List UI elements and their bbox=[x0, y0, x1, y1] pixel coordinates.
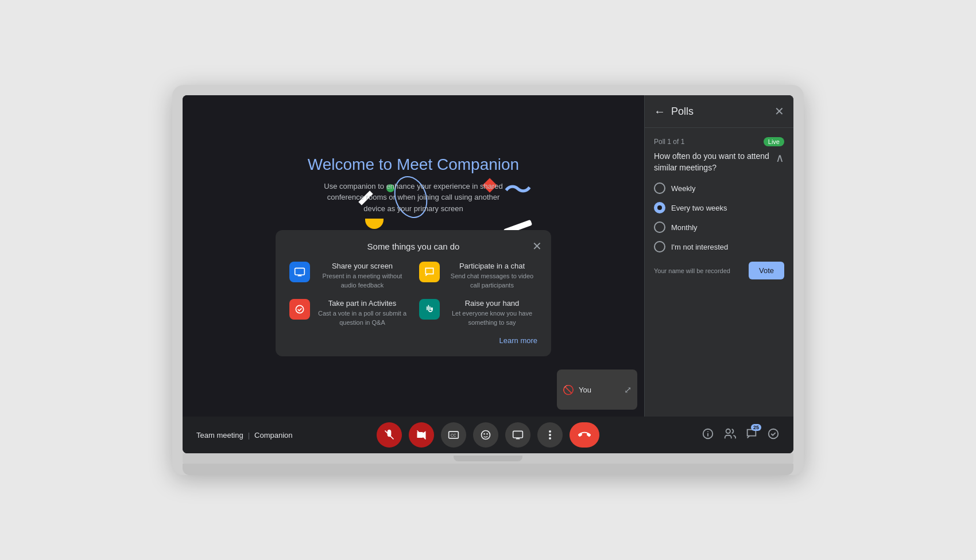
expand-icon[interactable]: ⤢ bbox=[624, 384, 632, 395]
feature-share-title: Share your screen bbox=[317, 262, 408, 270]
name-notice: Your name will be recorded bbox=[654, 267, 730, 274]
svg-point-7 bbox=[483, 433, 485, 435]
svg-point-17 bbox=[769, 429, 779, 438]
laptop-notch bbox=[454, 456, 522, 461]
svg-point-15 bbox=[707, 431, 708, 432]
welcome-title: Welcome to Meet Companion bbox=[276, 155, 551, 174]
controls-center: CC bbox=[377, 422, 599, 448]
feature-share-desc: Present in a meeting without audio feedb… bbox=[317, 272, 408, 290]
polls-sidebar: ← Polls ✕ Poll 1 of 1 Live How often do … bbox=[644, 95, 793, 417]
laptop-screen: 〜 Welcome to Meet Companion Use companio… bbox=[183, 95, 793, 453]
mute-button[interactable] bbox=[377, 422, 402, 448]
polls-content: Poll 1 of 1 Live How often do you want t… bbox=[645, 128, 793, 417]
raise-hand-icon bbox=[419, 299, 440, 320]
svg-point-11 bbox=[549, 434, 551, 436]
svg-point-10 bbox=[549, 430, 551, 433]
option-weekly-label: Weekly bbox=[671, 184, 695, 193]
svg-rect-0 bbox=[295, 269, 305, 275]
svg-point-1 bbox=[296, 306, 303, 313]
option-not-interested-label: I'm not interested bbox=[671, 243, 728, 251]
activities-icon bbox=[289, 299, 310, 320]
share-screen-icon bbox=[289, 262, 310, 282]
things-card-title: Some things you can do bbox=[289, 242, 537, 251]
feature-hand: Raise your hand Let everyone know you ha… bbox=[419, 299, 537, 327]
svg-point-6 bbox=[482, 431, 490, 440]
welcome-subtitle: Use companion to enhance your experience… bbox=[316, 181, 511, 215]
activities-button[interactable] bbox=[767, 427, 780, 443]
welcome-content: Welcome to Meet Companion Use companion … bbox=[276, 155, 551, 356]
polls-header: ← Polls ✕ bbox=[645, 95, 793, 128]
camera-off-icon: 🚫 bbox=[563, 384, 574, 395]
poll-question: How often do you want to attend similar … bbox=[654, 151, 784, 173]
poll-options: Weekly Every two weeks Monthly bbox=[654, 182, 784, 252]
poll-question-text: How often do you want to attend similar … bbox=[654, 151, 776, 173]
poll-option-two-weeks[interactable]: Every two weeks bbox=[654, 202, 784, 213]
separator: | bbox=[248, 431, 250, 440]
main-area: 〜 Welcome to Meet Companion Use companio… bbox=[183, 95, 793, 417]
bottom-bar: Team meeting | Companion CC bbox=[183, 417, 793, 453]
feature-hand-desc: Let everyone know you have something to … bbox=[447, 309, 537, 327]
feature-share-text: Share your screen Present in a meeting w… bbox=[317, 262, 408, 290]
info-button[interactable] bbox=[702, 427, 714, 443]
radio-weekly[interactable] bbox=[654, 182, 665, 194]
radio-monthly[interactable] bbox=[654, 221, 665, 233]
poll-option-weekly[interactable]: Weekly bbox=[654, 182, 784, 194]
feature-chat-title: Participate in a chat bbox=[447, 262, 537, 270]
chat-icon bbox=[419, 262, 440, 282]
poll-option-not-interested[interactable]: I'm not interested bbox=[654, 241, 784, 252]
controls-right: 25 bbox=[702, 427, 780, 443]
option-two-weeks-label: Every two weeks bbox=[671, 204, 727, 212]
radio-not-interested[interactable] bbox=[654, 241, 665, 252]
laptop-base bbox=[183, 453, 793, 464]
end-call-button[interactable] bbox=[570, 422, 599, 448]
feature-activities-text: Take part in Activites Cast a vote in a … bbox=[317, 299, 408, 327]
poll-number: Poll 1 of 1 bbox=[654, 138, 684, 146]
polls-title: Polls bbox=[671, 106, 769, 118]
svg-point-8 bbox=[486, 433, 488, 435]
close-button[interactable]: ✕ bbox=[532, 239, 542, 253]
feature-chat: Participate in a chat Send chat messages… bbox=[419, 262, 537, 290]
feature-activities-title: Take part in Activites bbox=[317, 299, 408, 308]
svg-point-12 bbox=[549, 437, 551, 440]
option-monthly-label: Monthly bbox=[671, 223, 698, 232]
more-button[interactable] bbox=[537, 422, 563, 448]
svg-point-16 bbox=[726, 429, 730, 433]
polls-close-button[interactable]: ✕ bbox=[774, 104, 784, 118]
svg-rect-9 bbox=[513, 431, 523, 438]
collapse-button[interactable]: ∧ bbox=[776, 151, 784, 165]
feature-chat-desc: Send chat messages to video call partici… bbox=[447, 272, 537, 290]
feature-chat-text: Participate in a chat Send chat messages… bbox=[447, 262, 537, 290]
feature-activities: Take part in Activites Cast a vote in a … bbox=[289, 299, 408, 327]
reactions-button[interactable] bbox=[473, 422, 498, 448]
features-grid: Share your screen Present in a meeting w… bbox=[289, 262, 537, 327]
video-area: 〜 Welcome to Meet Companion Use companio… bbox=[183, 95, 644, 417]
captions-button[interactable]: CC bbox=[441, 422, 466, 448]
camera-button[interactable] bbox=[409, 422, 434, 448]
meeting-name: Team meeting bbox=[196, 431, 243, 440]
chat-button[interactable]: 25 bbox=[745, 427, 758, 443]
present-button[interactable] bbox=[505, 422, 530, 448]
feature-activities-desc: Cast a vote in a poll or submit a questi… bbox=[317, 309, 408, 327]
svg-text:CC: CC bbox=[451, 433, 456, 437]
laptop-frame: 〜 Welcome to Meet Companion Use companio… bbox=[172, 85, 804, 475]
radio-two-weeks[interactable] bbox=[654, 202, 665, 213]
things-card: Some things you can do ✕ Share your scre… bbox=[276, 230, 551, 356]
poll-option-monthly[interactable]: Monthly bbox=[654, 221, 784, 233]
vote-button[interactable]: Vote bbox=[749, 262, 784, 279]
back-button[interactable]: ← bbox=[654, 105, 665, 118]
feature-hand-text: Raise your hand Let everyone know you ha… bbox=[447, 299, 537, 327]
you-tile: 🚫 You ⤢ bbox=[557, 370, 637, 410]
chat-badge: 25 bbox=[751, 424, 761, 431]
feature-hand-title: Raise your hand bbox=[447, 299, 537, 308]
learn-more-link[interactable]: Learn more bbox=[289, 336, 537, 345]
you-label: You bbox=[579, 386, 591, 394]
feature-share-screen: Share your screen Present in a meeting w… bbox=[289, 262, 408, 290]
poll-footer: Your name will be recorded Vote bbox=[654, 262, 784, 279]
poll-meta: Poll 1 of 1 Live bbox=[654, 137, 784, 146]
laptop-stand bbox=[183, 464, 793, 475]
companion-label: Companion bbox=[254, 431, 293, 440]
radio-inner-dot bbox=[657, 205, 662, 210]
people-button[interactable] bbox=[723, 427, 736, 443]
meeting-info: Team meeting | Companion bbox=[196, 431, 293, 440]
live-badge: Live bbox=[764, 137, 784, 146]
